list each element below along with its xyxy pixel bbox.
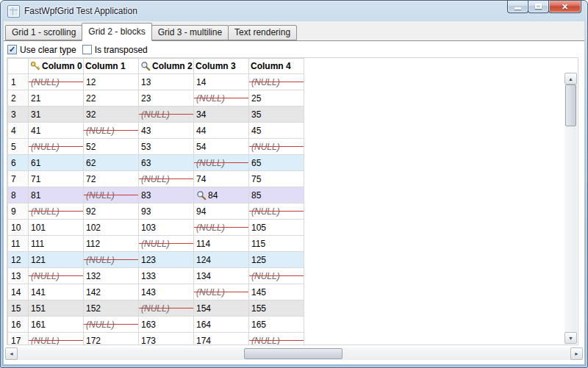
tab-text-rendering[interactable]: Text rendering — [228, 25, 297, 40]
grid-cell[interactable]: 74 — [194, 171, 249, 187]
grid-cell[interactable]: (NULL) — [84, 187, 139, 203]
grid-cell[interactable]: 12 — [84, 74, 139, 90]
grid-cell[interactable]: 83 — [139, 187, 194, 203]
grid-cell[interactable]: 114 — [194, 236, 249, 252]
grid-cell[interactable]: (NULL) — [139, 171, 194, 187]
grid-cell[interactable]: 141 — [29, 284, 84, 300]
grid-cell[interactable]: 142 — [84, 284, 139, 300]
corner-header[interactable] — [8, 59, 29, 74]
grid-cell[interactable]: 164 — [194, 317, 249, 333]
column-header-0[interactable]: Column 0 — [29, 59, 84, 74]
grid-cell[interactable]: 125 — [249, 252, 304, 268]
grid-cell[interactable]: (NULL) — [29, 203, 84, 220]
grid-cell[interactable]: (NULL) — [194, 155, 249, 171]
row-header[interactable]: 7 — [8, 171, 29, 187]
close-button[interactable]: × — [548, 0, 581, 13]
grid-cell[interactable]: 44 — [194, 123, 249, 139]
grid-cell[interactable]: 115 — [249, 236, 304, 252]
grid-cell[interactable]: (NULL) — [249, 268, 304, 284]
grid-cell[interactable]: 94 — [194, 203, 249, 220]
row-header[interactable]: 1 — [8, 74, 29, 90]
column-header-3[interactable]: Column 3 — [194, 59, 249, 74]
grid-cell[interactable]: 151 — [29, 300, 84, 317]
grid-cell[interactable]: (NULL) — [194, 90, 249, 107]
grid-cell[interactable]: 103 — [139, 220, 194, 236]
grid-cell[interactable]: 31 — [29, 107, 84, 123]
grid-cell[interactable]: 35 — [249, 107, 304, 123]
column-header-1[interactable]: Column 1 — [84, 59, 139, 74]
grid-cell[interactable]: 32 — [84, 107, 139, 123]
row-header[interactable]: 5 — [8, 139, 29, 155]
row-header[interactable]: 4 — [8, 123, 29, 139]
grid-cell[interactable]: (NULL) — [249, 74, 304, 90]
grid-cell[interactable]: 163 — [139, 317, 194, 333]
row-header[interactable]: 13 — [8, 268, 29, 284]
title-bar[interactable]: FastWpfGrid Test Application × — [1, 1, 587, 21]
grid-cell[interactable]: 71 — [29, 171, 84, 187]
grid-cell[interactable]: 102 — [84, 220, 139, 236]
row-header[interactable]: 15 — [8, 300, 29, 317]
row-header[interactable]: 9 — [8, 203, 29, 220]
grid-cell[interactable]: 174 — [194, 333, 249, 346]
grid-cell[interactable]: 81 — [29, 187, 84, 203]
grid-cell[interactable]: 45 — [249, 123, 304, 139]
horizontal-scroll-thumb[interactable] — [244, 348, 343, 359]
grid-cell[interactable]: 111 — [29, 236, 84, 252]
grid-cell[interactable]: 152 — [84, 300, 139, 317]
grid-cell[interactable]: 41 — [29, 123, 84, 139]
scroll-up-button[interactable]: ▲ — [564, 73, 577, 84]
grid-cell[interactable]: (NULL) — [139, 236, 194, 252]
grid-cell[interactable]: 112 — [84, 236, 139, 252]
grid-cell[interactable]: 154 — [194, 300, 249, 317]
grid-cell[interactable]: 34 — [194, 107, 249, 123]
tab-grid-1-scrolling[interactable]: Grid 1 - scrolling — [5, 25, 82, 40]
horizontal-scrollbar[interactable]: ◄ ► — [5, 347, 583, 360]
grid-cell[interactable]: 72 — [84, 171, 139, 187]
grid-cell[interactable]: (NULL) — [29, 333, 84, 346]
grid-cell[interactable]: 172 — [84, 333, 139, 346]
grid-cell[interactable]: (NULL) — [84, 252, 139, 268]
grid-cell[interactable]: (NULL) — [139, 300, 194, 317]
scroll-down-button[interactable]: ▼ — [564, 332, 577, 344]
grid-cell[interactable]: (NULL) — [139, 107, 194, 123]
row-header[interactable]: 2 — [8, 90, 29, 107]
grid-cell[interactable]: 123 — [139, 252, 194, 268]
grid-cell[interactable]: 52 — [84, 139, 139, 155]
grid-cell[interactable]: 53 — [139, 139, 194, 155]
row-header[interactable]: 8 — [8, 187, 29, 203]
grid-cell[interactable]: (NULL) — [249, 139, 304, 155]
row-header[interactable]: 17 — [8, 333, 29, 346]
grid-cell[interactable]: (NULL) — [194, 220, 249, 236]
grid-cell[interactable]: 84 — [194, 187, 249, 203]
grid-cell[interactable]: 165 — [249, 317, 304, 333]
grid-cell[interactable]: 54 — [194, 139, 249, 155]
scroll-right-button[interactable]: ► — [570, 347, 583, 360]
row-header[interactable]: 11 — [8, 236, 29, 252]
grid-cell[interactable]: 61 — [29, 155, 84, 171]
column-header-2[interactable]: Column 2 — [139, 59, 194, 74]
grid-cell[interactable]: (NULL) — [249, 203, 304, 220]
grid-cell[interactable]: (NULL) — [194, 284, 249, 300]
grid-cell[interactable]: 155 — [249, 300, 304, 317]
grid-cell[interactable]: 43 — [139, 123, 194, 139]
vertical-scroll-track[interactable] — [564, 84, 577, 332]
row-header[interactable]: 12 — [8, 252, 29, 268]
checkbox-use-clear-type[interactable]: ✓Use clear type — [7, 45, 76, 55]
grid-cell[interactable]: 134 — [194, 268, 249, 284]
grid-cell[interactable]: 23 — [139, 90, 194, 107]
row-header[interactable]: 6 — [8, 155, 29, 171]
tab-grid-2-blocks[interactable]: Grid 2 - blocks — [82, 23, 151, 41]
grid-cell[interactable]: 124 — [194, 252, 249, 268]
scroll-left-button[interactable]: ◄ — [5, 347, 18, 360]
grid-cell[interactable]: 75 — [249, 171, 304, 187]
grid-cell[interactable]: 133 — [139, 268, 194, 284]
grid-cell[interactable]: (NULL) — [29, 139, 84, 155]
grid-cell[interactable]: 21 — [29, 90, 84, 107]
grid-cell[interactable]: 143 — [139, 284, 194, 300]
checkbox-checked-icon[interactable]: ✓ — [7, 45, 17, 54]
horizontal-scroll-track[interactable] — [18, 347, 570, 360]
grid-cell[interactable]: 105 — [249, 220, 304, 236]
grid-cell[interactable]: 173 — [139, 333, 194, 346]
grid-cell[interactable]: 92 — [84, 203, 139, 220]
grid-cell[interactable]: 85 — [249, 187, 304, 203]
